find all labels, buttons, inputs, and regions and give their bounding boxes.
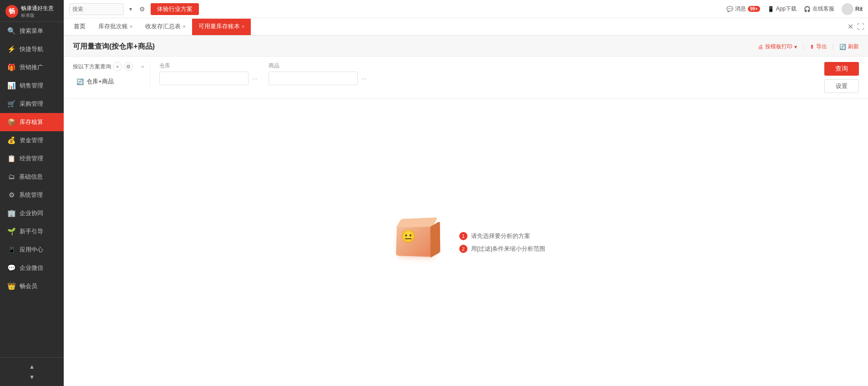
filter-scheme-add-btn[interactable]: + — [113, 62, 122, 71]
quick-nav-icon: ⚡ — [7, 45, 16, 53]
tab-available-ledger[interactable]: 可用量库存账本 × — [192, 19, 251, 35]
money-icon: 💰 — [7, 136, 16, 144]
tab-available-ledger-close[interactable]: × — [242, 24, 244, 29]
sidebar-item-business[interactable]: 📋 经营管理 — [0, 149, 64, 168]
wechat-icon: 💬 — [7, 264, 16, 272]
tab-receive-summary[interactable]: 收发存汇总表 × — [139, 19, 192, 35]
sidebar-item-finance[interactable]: 💰 资金管理 — [0, 131, 64, 149]
tab-batch-account-close[interactable]: × — [130, 24, 132, 29]
msg-badge: 99+ — [748, 6, 760, 12]
sidebar-item-purchase[interactable]: 🛒 采购管理 — [0, 95, 64, 113]
topbar-user[interactable]: Rit — [842, 3, 863, 15]
user-avatar — [842, 3, 853, 15]
empty-inner: 😐 1 请先选择要分析的方案 2 用[过滤]条件来缩小分析范围 — [386, 215, 545, 270]
app-label: App下载 — [776, 5, 797, 13]
sidebar-item-label: 库存核算 — [20, 118, 43, 126]
warehouse-more-btn[interactable]: ··· — [250, 75, 259, 82]
export-btn[interactable]: ⬆ 导出 — [810, 43, 827, 51]
warehouse-label: 仓库 — [159, 62, 259, 70]
msg-icon: 💬 — [726, 6, 733, 12]
user-text: Rit — [855, 5, 863, 12]
print-btn[interactable]: 🖨 按模板打印 ▾ — [758, 43, 797, 51]
empty-illustration: 😐 — [386, 215, 441, 270]
tabs-expand-btn[interactable]: ⛶ — [857, 23, 864, 31]
topbar-dropdown-btn[interactable]: ▾ — [127, 5, 134, 13]
service-icon: 🎧 — [804, 6, 811, 12]
inventory-icon: 📦 — [7, 118, 16, 126]
main-area: ▾ ⚙ 体验行业方案 💬 消息 99+ 📱 App下载 🎧 在线客服 Rit — [64, 0, 868, 386]
sidebar-scroll-down-btn[interactable]: ▼ — [0, 372, 64, 382]
filter-scheme-settings-btn[interactable]: ⚙ — [124, 62, 133, 71]
box-side-face — [430, 221, 440, 257]
settings-button[interactable]: 设置 — [824, 79, 859, 93]
sidebar-item-wechat[interactable]: 💬 企业微信 — [0, 259, 64, 277]
scheme-refresh-icon: 🔄 — [76, 78, 84, 85]
page-title: 可用量查询(按仓库+商品) — [73, 42, 155, 51]
tab-batch-account[interactable]: 库存批次账 × — [92, 19, 139, 35]
empty-hint-1: 1 请先选择要分析的方案 — [459, 232, 545, 240]
tab-batch-account-label: 库存批次账 — [98, 22, 128, 31]
sidebar-item-basic[interactable]: 🗂 基础信息 — [0, 168, 64, 186]
product-more-btn[interactable]: ··· — [360, 75, 369, 82]
tabs-close-all-btn[interactable]: ✕ — [848, 22, 853, 31]
export-icon: ⬆ — [810, 44, 814, 50]
sidebar-item-enterprise[interactable]: 🏢 企业协同 — [0, 204, 64, 222]
sidebar-item-label: 营销推广 — [20, 63, 43, 72]
gear-icon: ⚙ — [7, 191, 15, 199]
msg-label: 消息 — [735, 5, 746, 13]
sidebar-item-search[interactable]: 🔍 搜索菜单 — [0, 22, 64, 40]
topbar-gear-btn[interactable]: ⚙ — [137, 5, 147, 14]
scheme-item-warehouse-product[interactable]: 🔄 仓库+商品 — [73, 75, 144, 88]
sidebar-item-label: 基础信息 — [19, 173, 43, 181]
industry-btn[interactable]: 体验行业方案 — [151, 3, 199, 15]
sidebar-bottom: ▲ ▼ — [0, 357, 64, 386]
sidebar-item-label: 应用中心 — [20, 246, 43, 254]
search-icon: 🔍 — [7, 27, 16, 35]
sidebar-item-sales[interactable]: 📊 销售管理 — [0, 77, 64, 95]
sidebar-scroll: 🔍 搜索菜单 ⚡ 快捷导航 🎁 营销推广 📊 销售管理 🛒 采购管理 📦 库存核… — [0, 22, 64, 357]
brand-text: 畅康通好生意 标准版 — [21, 5, 54, 19]
tab-home[interactable]: 首页 — [67, 19, 92, 35]
refresh-icon: 🔄 — [839, 44, 846, 50]
empty-hints: 1 请先选择要分析的方案 2 用[过滤]条件来缩小分析范围 — [459, 232, 545, 253]
sidebar-item-appstore[interactable]: 📱 应用中心 — [0, 241, 64, 259]
topbar-search-input[interactable] — [69, 3, 124, 15]
print-icon: 🖨 — [758, 44, 763, 50]
filter-scheme-header: 按以下方案查询 + ⚙ « — [73, 62, 144, 71]
sidebar-item-label: 企业微信 — [20, 264, 43, 272]
sidebar-item-label: 新手引导 — [20, 227, 43, 236]
product-input[interactable] — [269, 72, 358, 85]
sidebar-item-inventory[interactable]: 📦 库存核算 — [0, 113, 64, 131]
brand: 畅 畅康通好生意 标准版 — [0, 0, 64, 22]
sidebar-item-marketing[interactable]: 🎁 营销推广 — [0, 58, 64, 77]
service-label: 在线客服 — [812, 5, 834, 13]
sidebar-item-newcomer[interactable]: 🌱 新手引导 — [0, 222, 64, 241]
filter-scheme-panel: 按以下方案查询 + ⚙ « 🔄 仓库+商品 — [73, 62, 150, 88]
box-illustration: 😐 — [396, 224, 432, 257]
warehouse-input[interactable] — [159, 72, 249, 85]
sidebar-item-label: 快捷导航 — [20, 45, 43, 53]
sidebar-item-quick-nav[interactable]: ⚡ 快捷导航 — [0, 40, 64, 58]
hint-text-1: 请先选择要分析的方案 — [471, 232, 530, 240]
filter-field-warehouse: 仓库 ··· — [159, 62, 259, 85]
topbar-service[interactable]: 🎧 在线客服 — [804, 5, 834, 13]
tab-receive-summary-label: 收发存汇总表 — [145, 22, 181, 31]
topbar-msg[interactable]: 💬 消息 99+ — [726, 5, 760, 13]
filter-scheme-collapse-btn[interactable]: « — [141, 63, 144, 70]
warehouse-input-row: ··· — [159, 72, 259, 85]
chart-icon: 📊 — [7, 82, 16, 90]
sidebar-item-system[interactable]: ⚙ 系统管理 — [0, 186, 64, 204]
hint-num-2: 2 — [459, 245, 467, 253]
sidebar-item-member[interactable]: 👑 畅会员 — [0, 277, 64, 295]
page-header: 可用量查询(按仓库+商品) 🖨 按模板打印 ▾ | ⬆ 导出 | 🔄 刷新 — [64, 36, 868, 57]
refresh-btn[interactable]: 🔄 刷新 — [839, 43, 859, 51]
tab-receive-summary-close[interactable]: × — [183, 24, 185, 29]
gift-icon: 🎁 — [7, 63, 16, 72]
tabs-right: ✕ ⛶ — [848, 22, 864, 31]
sidebar-scroll-up-btn[interactable]: ▲ — [0, 361, 64, 372]
topbar-app-download[interactable]: 📱 App下载 — [767, 5, 797, 13]
sidebar-item-label: 采购管理 — [20, 100, 43, 108]
query-button[interactable]: 查询 — [824, 62, 859, 76]
cart-icon: 🛒 — [7, 100, 16, 108]
topbar: ▾ ⚙ 体验行业方案 💬 消息 99+ 📱 App下载 🎧 在线客服 Rit — [64, 0, 868, 18]
